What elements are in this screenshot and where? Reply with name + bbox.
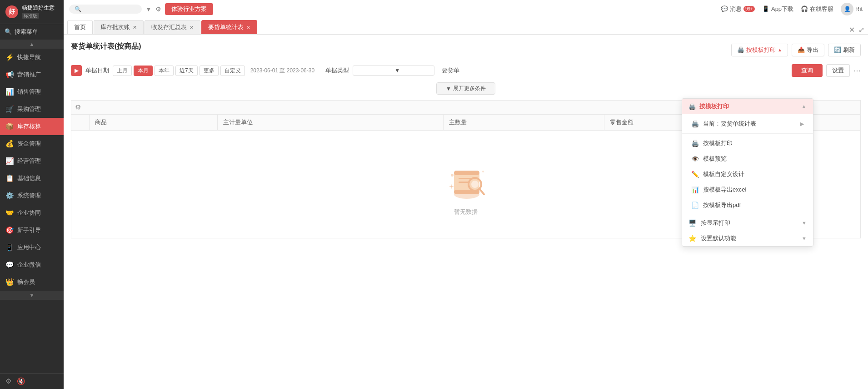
dropdown-set-default[interactable]: ⭐ 设置默认功能 ▼: [682, 231, 813, 246]
dropdown-item-label-2: 模板自定义设计: [703, 170, 744, 178]
date-btn-more[interactable]: 更多: [200, 66, 219, 76]
date-btn-this-year[interactable]: 本年: [155, 66, 174, 76]
date-options: 上月 本月 本年 近7天 更多 自定义: [113, 66, 245, 76]
export-pdf-icon: 📄: [691, 202, 698, 209]
template-print-label: 按模板打印: [746, 46, 776, 54]
tab-home[interactable]: 首页: [67, 20, 93, 34]
app-download-item[interactable]: 📱 App下载: [762, 5, 793, 13]
template-print-btn[interactable]: 🖨️ 按模板打印 ▲: [731, 44, 788, 56]
tab-order-stats-label: 要货单统计表: [208, 23, 244, 31]
sidebar-item-label: 快捷导航: [17, 53, 41, 61]
tab-order-stats[interactable]: 要货单统计表 ✕: [201, 20, 257, 34]
sidebar-item-marketing[interactable]: 📢 营销推广: [0, 66, 64, 83]
sidebar-item-operations[interactable]: 📈 经营管理: [0, 152, 64, 170]
sidebar-scroll-up[interactable]: ▲: [0, 40, 64, 49]
dropdown-current-section: 🖨️ 当前：要货单统计表 ▶: [682, 114, 813, 133]
column-settings-icon[interactable]: ⚙: [75, 103, 81, 111]
sidebar-item-member[interactable]: 👑 畅会员: [0, 273, 64, 291]
dropdown-item-export-pdf[interactable]: 📄 按模板导出pdf: [682, 197, 813, 213]
dropdown-item-label-1: 模板预览: [703, 155, 727, 163]
user-avatar-item[interactable]: 👤 Rit: [841, 3, 863, 15]
messages-item[interactable]: 💬 消息 99+: [721, 5, 755, 13]
settings-bottom-icon[interactable]: ⚙: [5, 377, 11, 385]
sidebar-item-finance[interactable]: 💰 资金管理: [0, 135, 64, 152]
topbar-settings-icon[interactable]: ⚙: [155, 5, 161, 13]
messages-label: 消息: [730, 5, 742, 13]
refresh-btn[interactable]: 🔄 刷新: [828, 44, 861, 56]
mute-icon[interactable]: 🔇: [17, 377, 25, 385]
dropdown-item-label-4: 按模板导出pdf: [703, 201, 741, 209]
dropdown-item-template-print[interactable]: 🖨️ 按模板打印: [682, 136, 813, 151]
tab-inventory-batch[interactable]: 库存批次账 ✕: [94, 20, 144, 34]
messages-badge: 99+: [743, 6, 755, 12]
tab-order-stats-close[interactable]: ✕: [246, 25, 250, 30]
export-btn[interactable]: 📤 导出: [792, 44, 824, 56]
date-btn-this-month[interactable]: 本月: [134, 66, 153, 76]
filter-expand-btn[interactable]: ▶: [71, 65, 82, 76]
tab-receipt-summary-close[interactable]: ✕: [190, 25, 194, 30]
more-options-icon[interactable]: ⋯: [853, 66, 861, 75]
tab-maximize-icon[interactable]: ⤢: [858, 25, 864, 34]
sidebar-item-label: 应用中心: [17, 243, 41, 252]
expand-more-conditions-btn[interactable]: ▼ 展开更多条件: [436, 82, 495, 95]
finance-icon: 💰: [5, 140, 14, 148]
dropdown-current-item[interactable]: 🖨️ 当前：要货单统计表 ▶: [682, 116, 813, 131]
tab-receipt-summary[interactable]: 收发存汇总表 ✕: [145, 20, 200, 34]
dropdown-display-print[interactable]: 🖥️ 按显示打印 ▼: [682, 215, 813, 231]
type-select[interactable]: ▼: [353, 66, 434, 76]
settings-btn[interactable]: 设置: [826, 64, 850, 77]
date-btn-7days[interactable]: 近7天: [175, 66, 198, 76]
date-btn-last-month[interactable]: 上月: [113, 66, 132, 76]
topbar-gear-icon[interactable]: ▼: [145, 5, 152, 13]
tab-inventory-batch-close[interactable]: ✕: [133, 25, 137, 30]
app-download-icon: 📱: [762, 5, 769, 12]
sidebar-item-appstore[interactable]: 📱 应用中心: [0, 239, 64, 256]
user-avatar: 👤: [841, 3, 853, 15]
dropdown-title-text: 按模板打印: [699, 102, 729, 111]
search-label: 搜索菜单: [15, 28, 38, 36]
sidebar-bottom: ⚙ 🔇: [0, 373, 64, 389]
sidebar-item-basic[interactable]: 📋 基础信息: [0, 170, 64, 187]
dropdown-collapse-icon[interactable]: ▲: [801, 103, 807, 110]
inventory-icon: 📦: [5, 122, 14, 131]
sidebar-item-wechat[interactable]: 💬 企业微信: [0, 256, 64, 273]
dropdown-item-export-excel[interactable]: 📊 按模板导出excel: [682, 182, 813, 197]
date-btn-custom[interactable]: 自定义: [220, 66, 245, 76]
tab-close-all-icon[interactable]: ✕: [849, 25, 855, 34]
empty-text: 暂无数据: [454, 208, 478, 216]
experience-btn[interactable]: 体验行业方案: [165, 3, 213, 15]
sidebar-item-label: 企业协同: [17, 209, 41, 217]
set-default-arrow: ▼: [802, 236, 807, 241]
template-print-dropdown: 🖨️ 按模板打印 ▲ 🖨️ 当前：要货单统计表 ▶ 🖨️: [682, 98, 813, 247]
sidebar-item-collab[interactable]: 🤝 企业协同: [0, 204, 64, 222]
sidebar-item-system[interactable]: ⚙️ 系统管理: [0, 187, 64, 204]
query-btn[interactable]: 查询: [792, 64, 823, 77]
svg-point-7: [471, 181, 479, 188]
basic-icon: 📋: [5, 174, 14, 182]
sidebar-search[interactable]: 🔍 搜索菜单: [0, 24, 64, 40]
online-service-icon: 🎧: [801, 5, 808, 12]
collab-icon: 🤝: [5, 209, 14, 217]
dropdown-current-arrow: ▶: [800, 121, 804, 127]
topbar-search-box[interactable]: 🔍: [69, 5, 142, 14]
marketing-icon: 📢: [5, 71, 14, 79]
tabs-bar: 首页 库存批次账 ✕ 收发存汇总表 ✕ 要货单统计表 ✕ ✕ ⤢: [64, 18, 868, 35]
sidebar-item-inventory[interactable]: 📦 库存核算: [0, 118, 64, 135]
sidebar-item-label: 畅会员: [17, 278, 35, 286]
sidebar-item-label: 库存核算: [17, 122, 41, 131]
dropdown-item-template-preview[interactable]: 👁️ 模板预览: [682, 151, 813, 167]
export-icon: 📤: [798, 46, 805, 53]
empty-illustration: [443, 162, 489, 202]
sidebar-scroll-down[interactable]: ▼: [0, 291, 64, 300]
sidebar-item-sales[interactable]: 📊 销售管理: [0, 83, 64, 101]
online-service-item[interactable]: 🎧 在线客服: [801, 5, 833, 13]
sidebar-item-label: 销售管理: [17, 88, 41, 96]
main-area: 🔍 ▼ ⚙ 体验行业方案 💬 消息 99+ 📱 App下载 🎧 在线客服: [64, 0, 868, 389]
tab-home-label: 首页: [74, 23, 86, 31]
sidebar-item-guide[interactable]: 🎯 新手引导: [0, 222, 64, 239]
dropdown-item-template-custom[interactable]: ✏️ 模板自定义设计: [682, 167, 813, 182]
sidebar-item-label: 企业微信: [17, 261, 41, 269]
sidebar-item-quick-nav[interactable]: ⚡ 快捷导航: [0, 49, 64, 66]
sidebar-item-label: 新手引导: [17, 226, 41, 234]
sidebar-item-purchase[interactable]: 🛒 采购管理: [0, 101, 64, 118]
